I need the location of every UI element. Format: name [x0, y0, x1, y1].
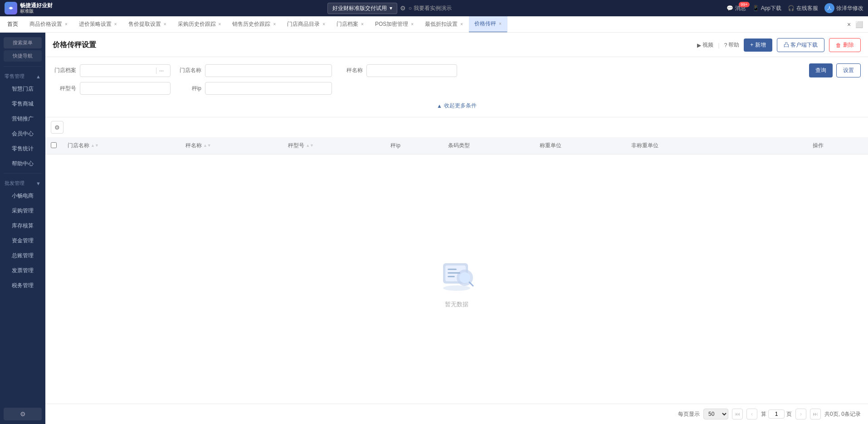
dots-btn[interactable]: ··· — [156, 67, 166, 74]
input-store-name[interactable] — [205, 64, 332, 77]
sidebar-item-member[interactable]: 会员中心 — [0, 126, 45, 141]
collapse-area: ▲ 收起更多条件 — [53, 99, 861, 113]
tab-close-icon[interactable]: × — [273, 22, 276, 27]
close-window-btn[interactable]: × — [845, 21, 853, 28]
tab-min-discount[interactable]: 最低折扣设置 × — [419, 16, 469, 33]
tab-pos-management[interactable]: POS加密管理 × — [370, 16, 419, 33]
tab-close-icon[interactable]: × — [322, 22, 325, 27]
search-row-1: 门店档案 ··· 门店名称 秤名称 查询 设置 — [53, 63, 861, 77]
sidebar-item-tax[interactable]: 税务管理 — [0, 278, 45, 293]
sidebar-item-retail-mall[interactable]: 零售商城 — [0, 96, 45, 111]
sidebar-item-finance[interactable]: 资金管理 — [0, 233, 45, 248]
search-menu-btn[interactable]: 搜索菜单 — [4, 37, 42, 48]
input-scale-ip[interactable] — [205, 82, 332, 95]
sidebar-group-wholesale: 批发管理 ▼ — [0, 176, 45, 188]
pagination: 每页显示 50 10 20 100 ⏮ ‹ 算 页 › ⏭ 共0页, 0条记录 — [45, 404, 868, 424]
page-input[interactable] — [768, 410, 785, 419]
sidebar-item-purchase[interactable]: 采购管理 — [0, 203, 45, 218]
sidebar-item-retail-stats[interactable]: 零售统计 — [0, 141, 45, 156]
chevron-down-icon: ▾ — [390, 5, 392, 11]
sidebar-item-invoice[interactable]: 发票管理 — [0, 263, 45, 278]
edition-selector[interactable]: 好业财标准版交付试用 ▾ — [327, 3, 397, 14]
per-page-label: 每页显示 — [678, 410, 700, 418]
last-page-btn[interactable]: ⏭ — [810, 409, 821, 419]
tab-price-scale[interactable]: 价格传秤 × — [469, 16, 507, 33]
tab-price-settings[interactable]: 商品价格设置 × — [24, 16, 73, 33]
tab-purchase-history[interactable]: 采购历史价跟踪 × — [172, 16, 227, 33]
video-link[interactable]: ▶ 视频 — [697, 41, 713, 49]
topbar-center: 好业财标准版交付试用 ▾ ⚙ ○ 我要看实例演示 — [327, 3, 452, 14]
help-link[interactable]: ? 帮助 — [724, 41, 740, 49]
input-scale-model[interactable] — [80, 82, 171, 95]
sidebar: 搜索菜单 快捷导航 零售管理 ▲ 智慧门店 零售商城 营销推广 会员中心 零售统… — [0, 33, 45, 424]
page-label: 算 — [761, 410, 766, 418]
svg-point-0 — [10, 7, 12, 9]
sidebar-divider-1 — [4, 66, 42, 67]
tab-sale-extract[interactable]: 售价提取设置 × — [123, 16, 172, 33]
sidebar-bottom: ⚙ — [0, 404, 45, 424]
download-client-btn[interactable]: 凸 客户端下载 — [777, 38, 824, 52]
sidebar-item-help[interactable]: 帮助中心 — [0, 156, 45, 171]
app-title: 畅捷通好业财 标准版 — [20, 2, 53, 14]
tab-advance-strategy[interactable]: 进价策略设置 × — [73, 16, 123, 33]
tab-close-icon[interactable]: × — [114, 22, 117, 27]
tab-close-icon[interactable]: × — [65, 22, 68, 27]
tab-close-icon[interactable]: × — [164, 22, 166, 27]
tab-close-icon[interactable]: × — [219, 22, 221, 27]
page-actions: ▶ 视频 | ? 帮助 + 新增 凸 客户端下载 🗑 删除 — [697, 38, 861, 52]
user-info[interactable]: 人 徐泽华修改 — [824, 3, 863, 13]
search-btn[interactable]: 查询 — [809, 63, 833, 77]
select-all-checkbox[interactable] — [51, 142, 57, 148]
input-store-profile[interactable]: ··· — [80, 64, 171, 77]
tab-sales-history[interactable]: 销售历史价跟踪 × — [227, 16, 282, 33]
first-page-btn[interactable]: ⏮ — [732, 409, 743, 419]
label-scale-name: 秤名称 — [339, 67, 363, 74]
prev-page-btn[interactable]: ‹ — [746, 409, 757, 419]
sidebar-item-marketing[interactable]: 营销推广 — [0, 111, 45, 126]
sidebar-item-inventory[interactable]: 库存核算 — [0, 218, 45, 233]
tab-store-catalog[interactable]: 门店商品目录 × — [282, 16, 331, 33]
demo-btn[interactable]: ○ 我要看实例演示 — [409, 5, 452, 12]
quick-nav-btn[interactable]: 快捷导航 — [4, 50, 42, 62]
table-header: 门店名称 ▲▼ 秤名称 ▲▼ 秤型号 — [45, 137, 868, 154]
tab-close-icon[interactable]: × — [499, 21, 502, 26]
user-avatar: 人 — [824, 3, 834, 13]
sidebar-group-wholesale-header[interactable]: 批发管理 ▼ — [0, 176, 45, 188]
tab-close-icon[interactable]: × — [460, 22, 463, 27]
sidebar-settings-btn[interactable]: ⚙ — [4, 408, 42, 420]
sidebar-group-retail: 零售管理 ▲ 智慧门店 零售商城 营销推广 会员中心 零售统计 帮助中心 — [0, 69, 45, 171]
sidebar-item-general-ledger[interactable]: 总账管理 — [0, 248, 45, 263]
label-store-name: 门店名称 — [178, 67, 201, 74]
svg-rect-9 — [448, 276, 455, 277]
th-checkbox — [45, 137, 62, 154]
sidebar-group-retail-header[interactable]: 零售管理 ▲ — [0, 69, 45, 82]
sidebar-item-ecommerce[interactable]: 小畅电商 — [0, 188, 45, 203]
sort-store-name[interactable]: 门店名称 ▲▼ — [68, 142, 175, 149]
messages-btn[interactable]: 💬 消息 99+ — [727, 5, 746, 12]
messages-badge: 99+ — [739, 2, 749, 7]
online-service-btn[interactable]: 🎧 在线客服 — [788, 5, 818, 12]
tab-close-icon[interactable]: × — [411, 22, 414, 27]
empty-state: 暂无数据 — [45, 154, 868, 404]
add-btn[interactable]: + 新增 — [744, 39, 772, 52]
page-info: 算 页 — [761, 410, 792, 419]
per-page-select[interactable]: 50 10 20 100 — [703, 409, 728, 419]
sort-scale-model[interactable]: 秤型号 ▲▼ — [288, 142, 380, 149]
app-logo-icon — [5, 2, 17, 14]
topbar-settings-btn[interactable]: ⚙ — [400, 5, 406, 12]
table-settings-btn[interactable]: ⚙ — [51, 121, 63, 134]
collapse-btn[interactable]: ▲ 收起更多条件 — [437, 100, 477, 111]
delete-btn[interactable]: 🗑 删除 — [829, 38, 861, 52]
settings-btn[interactable]: 设置 — [836, 63, 861, 77]
app-download-btn[interactable]: 📱 App下载 — [752, 5, 781, 12]
sidebar-item-smart-store[interactable]: 智慧门店 — [0, 82, 45, 96]
tab-close-icon[interactable]: × — [361, 22, 364, 27]
input-scale-name[interactable] — [366, 64, 457, 77]
tab-store-profile[interactable]: 门店档案 × — [331, 16, 370, 33]
field-scale-name: 秤名称 — [339, 64, 457, 77]
maximize-window-btn[interactable]: ⬜ — [855, 21, 863, 28]
next-page-btn[interactable]: › — [795, 409, 806, 419]
tab-home[interactable]: 首页 — [2, 16, 24, 33]
sort-scale-name[interactable]: 秤名称 ▲▼ — [185, 142, 277, 149]
field-scale-ip: 秤ip — [178, 82, 332, 95]
